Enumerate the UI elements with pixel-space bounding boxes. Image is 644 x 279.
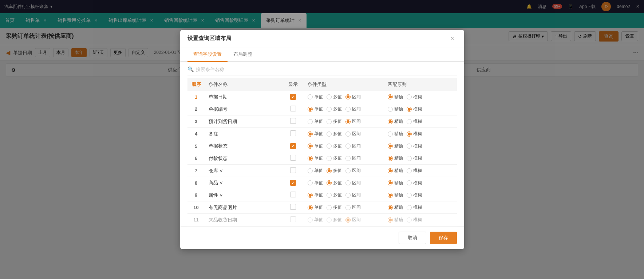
radio-outer-icon: [308, 205, 313, 210]
radio-type-5-区间[interactable]: 区间: [345, 143, 361, 149]
row-display-3[interactable]: [282, 115, 304, 128]
radio-outer-icon: [388, 180, 393, 185]
radio-label: 区间: [352, 106, 361, 112]
save-button[interactable]: 保存: [430, 232, 457, 244]
row-display-2[interactable]: [282, 103, 304, 115]
row-display-9[interactable]: [282, 189, 304, 201]
radio-match-7-模糊[interactable]: 模糊: [407, 168, 422, 174]
radio-type-6-区间[interactable]: 区间: [345, 155, 361, 161]
radio-match-5-模糊[interactable]: 模糊: [407, 143, 422, 149]
radio-match-1-精确[interactable]: 精确: [388, 94, 403, 100]
radio-type-8-多值[interactable]: 多值: [327, 180, 342, 186]
row-display-10[interactable]: [282, 201, 304, 214]
radio-label: 精确: [394, 168, 403, 174]
radio-match-3-精确[interactable]: 精确: [388, 118, 403, 125]
radio-outer-icon: [345, 131, 351, 137]
radio-type-2-区间[interactable]: 区间: [345, 106, 361, 112]
checkbox-3[interactable]: [290, 118, 296, 124]
radio-type-7-多值[interactable]: 多值: [327, 168, 342, 174]
radio-type-4-单值[interactable]: 单值: [308, 131, 323, 137]
radio-type-10-单值[interactable]: 单值: [308, 204, 323, 211]
row-display-4[interactable]: [282, 128, 304, 140]
radio-match-1-模糊[interactable]: 模糊: [407, 94, 422, 100]
radio-type-1-区间[interactable]: 区间: [345, 94, 361, 100]
dialog-close-button[interactable]: ×: [448, 34, 457, 43]
radio-type-7-单值[interactable]: 单值: [308, 168, 323, 174]
radio-match-9-模糊[interactable]: 模糊: [407, 192, 422, 198]
checkbox-10[interactable]: [290, 204, 296, 210]
radio-outer-icon: [388, 156, 393, 161]
radio-match-6-模糊[interactable]: 模糊: [407, 155, 422, 161]
radio-label: 区间: [352, 180, 361, 186]
radio-type-10-区间[interactable]: 区间: [345, 204, 361, 211]
radio-match-8-精确[interactable]: 精确: [388, 180, 403, 186]
radio-type-5-单值[interactable]: 单值: [308, 143, 323, 149]
radio-type-2-多值[interactable]: 多值: [327, 106, 342, 112]
row-display-8[interactable]: [282, 177, 304, 189]
row-name-5: 单据状态: [205, 140, 282, 152]
radio-match-2-精确[interactable]: 精确: [388, 106, 403, 112]
radio-outer-icon: [345, 205, 351, 210]
radio-type-6-单值[interactable]: 单值: [308, 155, 323, 161]
radio-match-10-模糊[interactable]: 模糊: [407, 204, 422, 211]
search-bar: 🔍: [187, 66, 457, 75]
checkbox-6[interactable]: [290, 155, 296, 161]
radio-match-11-模糊[interactable]: 模糊: [407, 217, 422, 223]
radio-type-5-多值[interactable]: 多值: [327, 143, 342, 149]
row-display-6[interactable]: [282, 152, 304, 165]
radio-type-1-多值[interactable]: 多值: [327, 94, 342, 100]
radio-type-6-多值[interactable]: 多值: [327, 155, 342, 161]
radio-type-8-单值[interactable]: 单值: [308, 180, 323, 186]
radio-match-4-模糊[interactable]: 模糊: [407, 131, 422, 137]
checkbox-11[interactable]: [290, 216, 296, 222]
checkbox-9[interactable]: [290, 192, 296, 197]
radio-type-2-单值[interactable]: 单值: [308, 106, 323, 112]
radio-type-9-多值[interactable]: 多值: [327, 192, 342, 198]
radio-type-4-区间[interactable]: 区间: [345, 131, 361, 137]
checkbox-7[interactable]: [290, 167, 296, 173]
radio-type-7-区间[interactable]: 区间: [345, 168, 361, 174]
radio-type-3-区间[interactable]: 区间: [345, 118, 361, 125]
radio-match-7-精确[interactable]: 精确: [388, 168, 403, 174]
radio-match-6-精确[interactable]: 精确: [388, 155, 403, 161]
radio-match-5-精确[interactable]: 精确: [388, 143, 403, 149]
radio-outer-icon: [407, 217, 412, 223]
checkbox-5[interactable]: [290, 143, 296, 149]
row-display-7[interactable]: [282, 165, 304, 177]
radio-match-2-模糊[interactable]: 模糊: [407, 106, 422, 112]
radio-type-11-单值[interactable]: 单值: [308, 217, 323, 223]
row-display-11[interactable]: [282, 214, 304, 226]
row-display-5[interactable]: [282, 140, 304, 152]
radio-label: 多值: [333, 180, 342, 186]
dialog-tab-layout[interactable]: 布局调整: [228, 47, 258, 62]
cancel-button[interactable]: 取消: [399, 232, 426, 244]
search-input[interactable]: [196, 67, 457, 72]
radio-match-8-模糊[interactable]: 模糊: [407, 180, 422, 186]
radio-type-4-多值[interactable]: 多值: [327, 131, 342, 137]
row-name-2: 单据编号: [205, 103, 282, 115]
radio-match-3-模糊[interactable]: 模糊: [407, 118, 422, 125]
radio-label: 精确: [394, 94, 403, 100]
row-type-2: 单值多值区间: [304, 103, 384, 115]
dialog-tab-query[interactable]: 查询字段设置: [187, 47, 228, 62]
radio-outer-icon: [407, 180, 412, 185]
checkbox-4[interactable]: [290, 130, 296, 136]
radio-match-9-精确[interactable]: 精确: [388, 192, 403, 198]
radio-type-11-区间[interactable]: 区间: [345, 217, 361, 223]
checkbox-8[interactable]: [290, 180, 296, 186]
radio-match-11-精确[interactable]: 精确: [388, 217, 403, 223]
checkbox-1[interactable]: [290, 94, 296, 100]
radio-type-9-区间[interactable]: 区间: [345, 192, 361, 198]
radio-type-8-区间[interactable]: 区间: [345, 180, 361, 186]
radio-type-3-多值[interactable]: 多值: [327, 118, 342, 125]
radio-type-9-单值[interactable]: 单值: [308, 192, 323, 198]
radio-type-10-多值[interactable]: 多值: [327, 204, 342, 211]
radio-type-1-单值[interactable]: 单值: [308, 94, 323, 100]
radio-outer-icon: [345, 144, 351, 149]
radio-type-3-单值[interactable]: 单值: [308, 118, 323, 125]
row-display-1[interactable]: [282, 91, 304, 103]
radio-match-4-精确[interactable]: 精确: [388, 131, 403, 137]
radio-match-10-精确[interactable]: 精确: [388, 204, 403, 211]
radio-type-11-多值[interactable]: 多值: [327, 217, 342, 223]
checkbox-2[interactable]: [290, 106, 296, 111]
